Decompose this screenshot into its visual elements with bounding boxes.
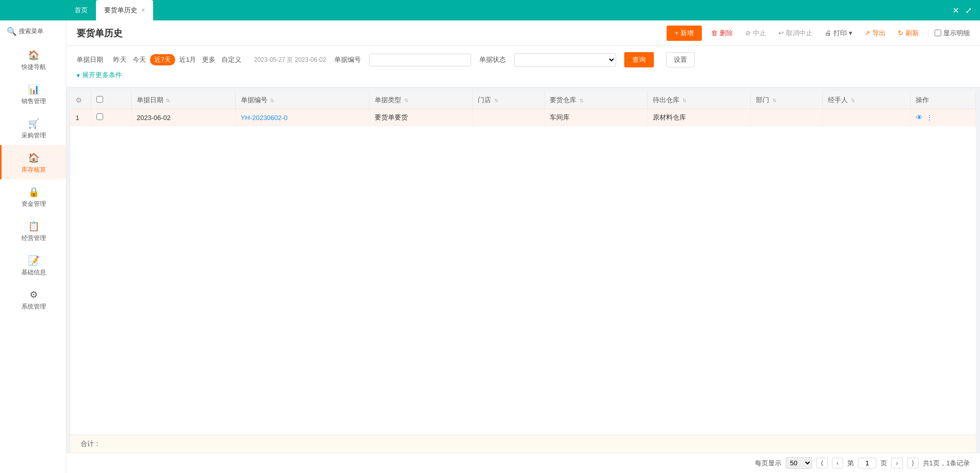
cell-checkbox (91, 109, 131, 126)
page-title: 要货单历史 (77, 27, 122, 39)
tab-close-icon[interactable]: × (141, 7, 145, 14)
print-icon: 🖨 (825, 29, 831, 37)
th-checkbox (91, 91, 131, 109)
basics-icon: 📝 (28, 255, 39, 266)
show-detail-checkbox[interactable] (935, 30, 941, 36)
th-pending-warehouse-label: 待出仓库 (653, 96, 679, 104)
table-body: 1 2023-06-02 YH-20230602-0 要货单要货 车间库 原材料… (70, 109, 976, 126)
sidebar-item-finance[interactable]: 🔒 资金管理 (0, 179, 66, 214)
column-settings-icon[interactable]: ⚙ (76, 96, 82, 104)
cell-store (473, 109, 545, 126)
cell-action: 👁 ⋮ (910, 109, 975, 126)
new-button[interactable]: + 新增 (667, 26, 702, 41)
row-checkbox[interactable] (96, 113, 103, 120)
sidebar-search[interactable]: 🔍 搜索菜单 (0, 20, 66, 42)
more-action-icon[interactable]: ⋮ (926, 113, 933, 122)
sidebar-item-operations[interactable]: 📋 经营管理 (0, 214, 66, 248)
show-detail-toggle[interactable]: 显示明细 (935, 29, 970, 38)
th-req-warehouse-label: 要货仓库 (550, 96, 576, 104)
last-page-button[interactable]: ⟩ (907, 458, 919, 468)
sort-pending-warehouse-icon[interactable]: ⇅ (682, 98, 687, 103)
main-content: 要货单历史 + 新增 🗑 删除 ⊘ 中止 ↩ 取消中止 🖨 打印 (66, 20, 980, 473)
th-action-label: 操作 (916, 96, 929, 104)
tab-home-label: 首页 (75, 6, 88, 15)
date-more[interactable]: 更多 (200, 54, 217, 65)
date-custom[interactable]: 自定义 (219, 54, 243, 65)
cell-req-warehouse: 车间库 (545, 109, 648, 126)
sidebar-item-inventory[interactable]: 🏠 库存核算 (0, 145, 66, 179)
cancel-stop-label: 取消中止 (786, 29, 813, 38)
sort-req-warehouse-icon[interactable]: ⇅ (579, 98, 583, 103)
sidebar-item-quick-nav[interactable]: 🏠 快捷导航 (0, 42, 66, 77)
status-select[interactable] (514, 53, 616, 67)
query-button[interactable]: 查询 (624, 52, 654, 67)
expand-more-button[interactable]: ▾ 展开更多条件 (77, 67, 970, 83)
table-header-row: ⚙ 单据日期 ⇅ 单据编号 ⇅ (70, 91, 976, 109)
date-shortcuts: 昨天 今天 近7天 近1月 更多 自定义 (111, 54, 243, 65)
sort-handler-icon[interactable]: ⇅ (851, 98, 855, 103)
next-page-button[interactable]: › (891, 458, 902, 468)
sort-store-icon[interactable]: ⇅ (494, 98, 498, 103)
cell-type: 要货单要货 (370, 109, 473, 126)
show-detail-label-text: 显示明细 (943, 29, 970, 38)
select-all-checkbox[interactable] (96, 96, 103, 103)
operations-icon: 📋 (28, 221, 39, 232)
th-department: 部门 ⇅ (751, 91, 823, 109)
sidebar-item-sales[interactable]: 📊 销售管理 (0, 77, 66, 111)
export-icon: ↗ (865, 29, 870, 37)
window-maximize-icon[interactable]: ⤢ (965, 6, 972, 15)
tab-home[interactable]: 首页 (66, 0, 96, 20)
sidebar-item-purchase[interactable]: 🛒 采购管理 (0, 111, 66, 145)
footer-summary: 合计： (70, 435, 976, 453)
lock-icon: 🔒 (28, 186, 39, 198)
delete-button[interactable]: 🗑 删除 (708, 27, 736, 40)
export-button[interactable]: ↗ 导出 (862, 27, 889, 40)
pagination: 每页显示 50 10 20 100 ⟨ ‹ 第 页 › ⟩ 共1页，1条记录 (66, 453, 980, 473)
per-page-select[interactable]: 50 10 20 100 (786, 457, 812, 469)
th-date-label: 单据日期 (137, 96, 163, 104)
table-area: ⚙ 单据日期 ⇅ 单据编号 ⇅ (70, 91, 976, 435)
view-action-icon[interactable]: 👁 (916, 113, 923, 122)
page-input[interactable] (858, 458, 876, 468)
window-close-icon[interactable]: ✕ (952, 6, 959, 15)
settings-button[interactable]: 设置 (666, 52, 695, 67)
sort-type-icon[interactable]: ⇅ (404, 98, 408, 103)
bill-number-input[interactable] (369, 54, 471, 66)
sidebar-item-basics[interactable]: 📝 基础信息 (0, 248, 66, 282)
th-store: 门店 ⇅ (473, 91, 545, 109)
date-yesterday[interactable]: 昨天 (111, 54, 129, 65)
home-icon: 🏠 (28, 50, 39, 61)
th-action: 操作 (910, 91, 975, 109)
sort-date-icon[interactable]: ⇅ (166, 98, 170, 103)
th-department-label: 部门 (756, 96, 769, 104)
print-button[interactable]: 🖨 打印 ▾ (822, 27, 855, 40)
stop-button[interactable]: ⊘ 中止 (742, 27, 769, 40)
sort-department-icon[interactable]: ⇅ (772, 98, 776, 103)
date-last1month[interactable]: 近1月 (177, 54, 198, 65)
sidebar-item-system[interactable]: ⚙ 系统管理 (0, 282, 66, 316)
tab-requisition-history[interactable]: 要货单历史 × (96, 0, 153, 20)
date-last7days[interactable]: 近7天 (150, 54, 175, 65)
sort-number-icon[interactable]: ⇅ (270, 98, 274, 103)
date-today[interactable]: 今天 (131, 54, 148, 65)
cancel-stop-button[interactable]: ↩ 取消中止 (775, 27, 816, 40)
sidebar-system-label: 系统管理 (21, 302, 46, 311)
print-label: 打印 (834, 29, 847, 38)
cell-handler (823, 109, 911, 126)
first-page-button[interactable]: ⟨ (816, 458, 828, 468)
top-bar-right: ✕ ⤢ (952, 6, 980, 15)
expand-more-label: 展开更多条件 (82, 70, 122, 80)
page-unit: 页 (880, 459, 887, 468)
refresh-button[interactable]: ↻ 刷新 (895, 27, 922, 40)
table-row: 1 2023-06-02 YH-20230602-0 要货单要货 车间库 原材料… (70, 109, 976, 126)
th-handler-label: 经手人 (828, 96, 848, 104)
inventory-icon: 🏠 (28, 152, 39, 163)
bill-number-link[interactable]: YH-20230602-0 (241, 114, 288, 122)
filter-area: 单据日期 昨天 今天 近7天 近1月 更多 自定义 2023-05-27 至 2… (66, 46, 980, 87)
sidebar-finance-label: 资金管理 (21, 200, 46, 208)
sidebar-quick-nav-label: 快捷导航 (21, 63, 46, 72)
refresh-label: 刷新 (905, 29, 919, 38)
chart-icon: 📊 (28, 84, 39, 95)
data-table: ⚙ 单据日期 ⇅ 单据编号 ⇅ (70, 91, 976, 126)
prev-page-button[interactable]: ‹ (832, 458, 843, 468)
